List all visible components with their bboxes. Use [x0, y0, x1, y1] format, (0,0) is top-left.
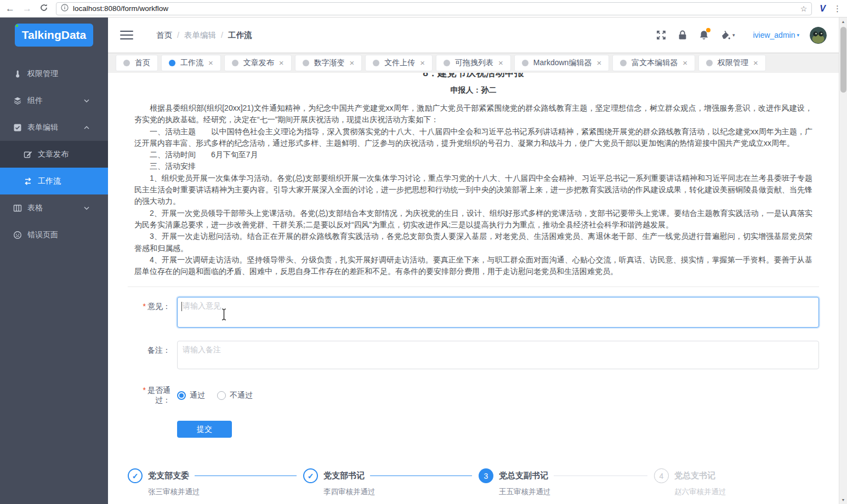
tab-home[interactable]: 首页 [116, 55, 158, 71]
scrollbar-thumb[interactable] [840, 27, 846, 93]
chevron-down-icon: ▾ [732, 32, 735, 38]
sidebar-toggle-icon[interactable] [120, 28, 133, 42]
paragraph: 2、开展一次党员领导干部带头上党课活动。各党(总)支部结合本支部情况，为庆祝党的… [134, 208, 812, 231]
workflow-page: 8：建党节庆祝活动申报 申报人：孙二 根据县委组织部(组织[20xx]21)文件… [108, 73, 839, 504]
radio-pass[interactable]: 通过 [177, 391, 205, 400]
step-check-icon: ✓ [303, 468, 318, 483]
url-text[interactable]: localhost:8080/form/workflow [73, 4, 168, 13]
app-header: 首页 / 表单编辑 / 工作流 ▾ [108, 18, 839, 53]
tab-draggable-list[interactable]: 可拖拽列表 × [436, 55, 511, 71]
sidebar-item-workflow[interactable]: 工作流 [0, 168, 108, 194]
tab-close-icon[interactable]: × [753, 59, 758, 67]
browser-back-icon[interactable]: ← [5, 4, 15, 13]
tab-close-icon[interactable]: × [420, 59, 425, 67]
thermometer-icon [13, 70, 22, 78]
logo[interactable]: TalkingData [0, 18, 108, 53]
fullscreen-icon[interactable] [656, 30, 667, 41]
paragraph: 根据县委组织部(组织[20xx]21)文件通知精神，为纪念中国共产党建党xx周年… [134, 102, 812, 126]
sidebar-item-permission[interactable]: 权限管理 [0, 60, 108, 87]
sidebar-item-article-publish[interactable]: 文章发布 [0, 141, 108, 168]
chevron-down-icon [84, 99, 89, 102]
scrollbar-up-icon[interactable]: ▲ [839, 18, 847, 26]
tab-close-icon[interactable]: × [498, 59, 503, 67]
tab-number-gradient[interactable]: 数字渐变 × [295, 55, 362, 71]
pass-radio-group: 通过 不通过 [177, 391, 253, 400]
tab-close-icon[interactable]: × [279, 59, 284, 67]
sidebar-item-error-pages[interactable]: 错误页面 [0, 221, 108, 248]
extension-icon[interactable]: V [820, 4, 826, 14]
paragraph: 4、开展一次调研走访活动。坚持领导带头、分级负责，扎实开展好调研走访活动。要真正… [134, 254, 812, 278]
divider [128, 287, 819, 287]
tab-dot-icon [373, 60, 379, 66]
document-title: 8：建党节庆祝活动申报 [128, 73, 819, 79]
pass-label: *是否通过： [128, 386, 177, 405]
browser-refresh-icon[interactable] [39, 3, 48, 14]
tab-close-icon[interactable]: × [208, 59, 213, 67]
user-menu[interactable]: iview_admin ▾ [753, 31, 799, 39]
tab-close-icon[interactable]: × [683, 59, 687, 67]
paragraph: 3、开展一次走访慰问活动。结合正在开展的群众路线教育实践活动，各党总支部负责人要… [134, 231, 812, 254]
radio-selected-icon [177, 391, 186, 400]
opinion-textarea[interactable] [177, 297, 819, 328]
paragraph: 一、活动主题 以中国特色社会主义理论为指导，深入贯彻落实党的十八大、十八届四中全… [134, 126, 812, 150]
sad-face-icon [13, 231, 22, 239]
tab-close-icon[interactable]: × [596, 59, 601, 67]
sidebar-item-tables[interactable]: 表格 [0, 194, 108, 221]
chevron-up-icon [84, 126, 89, 129]
browser-forward-icon[interactable]: → [22, 4, 32, 13]
step-number: 4 [654, 468, 669, 483]
tab-dot-icon [522, 60, 528, 66]
step-4: 4 党总支书记 赵六审核并通过 [654, 468, 726, 497]
compose-icon [24, 150, 32, 159]
note-label: 备注： [128, 341, 177, 369]
bookmark-star-icon[interactable]: ☆ [800, 4, 808, 13]
tab-workflow[interactable]: 工作流 × [161, 55, 221, 71]
browser-chrome: ← → localhost:8080/form/workflow ☆ V ⋮ [0, 0, 847, 18]
paragraph: 二、活动时间 6月下旬至7月 [134, 149, 812, 161]
step-number: 3 [479, 468, 493, 483]
page-scrollbar[interactable]: ▲ ▼ [839, 18, 847, 504]
tab-dot-icon [303, 60, 309, 66]
radio-unselected-icon [217, 391, 226, 400]
tab-rich-text-editor[interactable]: 富文本编辑器 × [612, 55, 695, 71]
tab-article-publish[interactable]: 文章发布 × [224, 55, 292, 71]
tab-dot-icon [169, 60, 175, 66]
tab-dot-icon [620, 60, 627, 66]
username-text: iview_admin [753, 31, 795, 39]
tab-markdown-editor[interactable]: Markdown编辑器 × [514, 55, 609, 71]
tab-dot-icon [444, 60, 450, 66]
step-check-icon: ✓ [128, 468, 143, 483]
address-bar[interactable]: localhost:8080/form/workflow ☆ [56, 2, 812, 15]
browser-menu-icon[interactable]: ⋮ [833, 4, 842, 14]
checkbox-icon [13, 123, 22, 132]
site-info-icon[interactable] [61, 4, 69, 14]
radio-fail[interactable]: 不通过 [217, 391, 253, 400]
applicant-line: 申报人：孙二 [128, 85, 819, 95]
layers-icon [13, 96, 22, 105]
document-body: 根据县委组织部(组织[20xx]21)文件通知精神，为纪念中国共产党建党xx周年… [134, 102, 812, 277]
notification-badge [706, 28, 710, 32]
paragraph: 1、组织党员开展一次集体学习活动。各党(总)支部要组织开展一次集体学习讨论，重点… [134, 173, 812, 208]
tab-file-upload[interactable]: 文件上传 × [365, 55, 433, 71]
tab-dot-icon [706, 60, 713, 66]
logo-text: TalkingData [22, 28, 86, 41]
lock-icon[interactable] [677, 30, 688, 41]
breadcrumb-form-edit[interactable]: 表单编辑 [184, 30, 216, 41]
sidebar-item-form-edit[interactable]: 表单编辑 [0, 114, 108, 141]
breadcrumb-workflow: 工作流 [228, 30, 252, 41]
notification-bell-icon[interactable] [698, 30, 709, 41]
theme-ink-icon[interactable]: ▾ [720, 30, 735, 41]
sidebar-item-components[interactable]: 组件 [0, 87, 108, 114]
table-icon [13, 204, 22, 213]
step-2: ✓ 党支部书记 李四审核并通过 [303, 468, 479, 497]
tab-dot-icon [232, 60, 238, 66]
scrollbar-down-icon[interactable]: ▼ [839, 496, 847, 504]
avatar[interactable] [810, 27, 827, 44]
breadcrumb-home[interactable]: 首页 [156, 30, 172, 41]
approval-steps: ✓ 党支部支委 张三审核并通过 ✓ 党支部书记 李四审核并通过 [128, 468, 819, 497]
opinion-label: *意见： [128, 297, 177, 328]
tab-permission[interactable]: 权限管理 × [698, 55, 766, 71]
submit-button[interactable]: 提交 [177, 421, 232, 438]
note-textarea[interactable] [177, 341, 819, 369]
tab-close-icon[interactable]: × [350, 59, 355, 67]
